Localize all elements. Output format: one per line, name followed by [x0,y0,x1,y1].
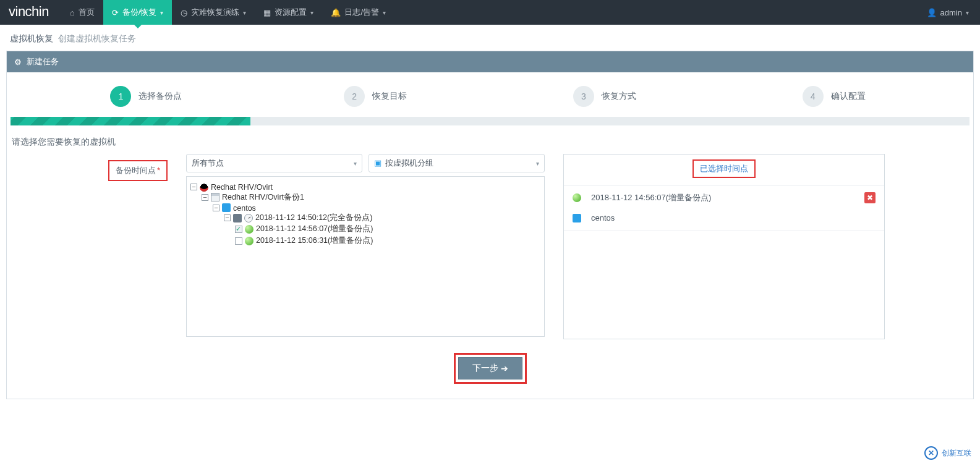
step-2-number: 2 [344,86,365,107]
wizard-step-2[interactable]: 2 恢复目标 [261,86,490,107]
selected-panel: 已选择时间点 2018-11-12 14:56:07(增量备份点) ✖ cent… [563,154,885,339]
collapse-icon[interactable]: − [202,194,208,201]
tree-root-label: Redhat RHV/Ovirt [211,183,273,192]
stop-icon [233,214,242,222]
nav-home[interactable]: ⌂ 首页 [61,0,103,25]
clock-icon [244,214,253,222]
globe-icon [573,193,581,202]
nav-disaster[interactable]: ◷ 灾难恢复演练 ▾ [172,0,255,25]
field-label-col: 备份时间点* [13,154,168,339]
tree-inc2[interactable]: 2018-11-12 15:06:31(增量备份点) [235,235,540,247]
instruction-text: 请选择您需要恢复的虚拟机 [7,128,973,151]
tree-root[interactable]: −Redhat RHV/Ovirt −Redhat RHV/Ovirt备份1 −… [190,182,540,249]
nav-resource-label: 资源配置 [275,7,307,18]
breadcrumb-root: 虚拟机恢复 [10,33,53,43]
nav-resource[interactable]: ▦ 资源配置 ▾ [255,0,322,25]
chevron-down-icon: ▾ [354,160,357,167]
backup-point-label-text: 备份时间点 [116,166,156,175]
wizard-steps: 1 选择备份点 2 恢复目标 3 恢复方式 4 确认配置 [7,78,973,108]
tree-inc1-label: 2018-11-12 14:56:07(增量备份点) [256,224,373,233]
nav-user[interactable]: 👤 admin ▾ [916,0,980,25]
tree-full-label: 2018-11-12 14:50:12(完全备份点) [255,213,372,222]
arrow-right-icon: ➔ [501,363,508,373]
step-2-label: 恢复目标 [372,91,407,102]
nav-items: ⌂ 首页 ⟳ 备份/恢复 ▾ ◷ 灾难恢复演练 ▾ ▦ 资源配置 ▾ 🔔 日志/… [61,0,394,25]
top-nav: vinchin ⌂ 首页 ⟳ 备份/恢复 ▾ ◷ 灾难恢复演练 ▾ ▦ 资源配置… [0,0,980,25]
calendar-icon [211,193,219,201]
node-select-value: 所有节点 [192,158,224,169]
selected-point-text: 2018-11-12 14:56:07(增量备份点) [591,192,711,203]
step-3-number: 3 [573,86,594,107]
step-3-label: 恢复方式 [602,91,636,102]
tree-full-point[interactable]: −2018-11-12 14:50:12(完全备份点) 2018-11-12 1… [224,212,540,247]
brand-logo: vinchin [0,0,61,25]
chevron-down-icon: ▾ [243,9,246,16]
nav-logs[interactable]: 🔔 日志/告警 ▾ [322,0,394,25]
breadcrumb: 虚拟机恢复 创建虚拟机恢复任务 [0,25,980,51]
collapse-icon[interactable]: − [190,184,197,190]
chevron-down-icon: ▾ [383,9,386,16]
next-button-label: 下一步 [472,363,498,374]
wizard-step-4[interactable]: 4 确认配置 [719,86,948,107]
chevron-down-icon: ▾ [310,9,313,16]
clock-icon: ◷ [181,8,187,17]
group-select-value: 按虚拟机分组 [385,158,433,167]
wizard-progress-fill [11,117,250,125]
nav-backup[interactable]: ⟳ 备份/恢复 ▾ [103,0,173,25]
next-button[interactable]: 下一步 ➔ [458,357,522,379]
bell-icon: 🔔 [331,8,341,17]
tree-job[interactable]: −Redhat RHV/Ovirt备份1 −centos −2018-11-12… [202,192,540,249]
checkbox-checked[interactable] [235,226,242,233]
selected-vm-text: centos [591,213,615,222]
backup-point-label: 备份时间点* [108,160,168,181]
nav-logs-label: 日志/告警 [344,7,379,18]
nav-backup-label: 备份/恢复 [122,7,157,18]
step-1-number: 1 [110,86,131,107]
chevron-down-icon: ▾ [160,9,163,16]
collapse-icon[interactable]: − [213,205,219,211]
tree-inc1[interactable]: 2018-11-12 14:56:07(增量备份点) [235,223,540,235]
nav-user-label: admin [940,8,962,17]
next-highlight: 下一步 ➔ [454,353,527,384]
panel-title: 新建任务 [27,56,59,67]
chevron-down-icon: ▾ [536,160,539,167]
selected-title: 已选择时间点 [692,159,756,178]
selected-point-row: 2018-11-12 14:56:07(增量备份点) ✖ [564,187,884,208]
breadcrumb-leaf: 创建虚拟机恢复任务 [58,33,136,43]
globe-icon [245,237,254,245]
vm-icon [573,214,581,222]
selected-vm-row: centos [564,208,884,227]
required-marker: * [157,166,160,175]
user-icon: 👤 [927,8,937,17]
backup-tree[interactable]: −Redhat RHV/Ovirt −Redhat RHV/Ovirt备份1 −… [186,176,545,337]
step-4-number: 4 [803,86,824,107]
wizard-step-3[interactable]: 3 恢复方式 [490,86,720,107]
node-select[interactable]: 所有节点 ▾ [186,154,362,172]
step-1-label: 选择备份点 [138,91,182,102]
redhat-icon [200,183,208,192]
tree-vm[interactable]: −centos −2018-11-12 14:50:12(完全备份点) 2018 [213,203,540,248]
refresh-icon: ⟳ [112,8,119,17]
step-4-label: 确认配置 [831,91,866,102]
tree-inc2-label: 2018-11-12 15:06:31(增量备份点) [256,236,373,245]
chevron-down-icon: ▾ [966,9,969,16]
vm-icon: ▣ [374,158,381,167]
tree-vm-label: centos [233,203,256,212]
tree-job-label: Redhat RHV/Ovirt备份1 [222,193,304,201]
nav-disaster-label: 灾难恢复演练 [191,7,239,18]
wizard-progress [11,117,969,125]
new-task-panel: 新建任务 1 选择备份点 2 恢复目标 3 恢复方式 4 确认配置 请选择您需要 [6,51,974,399]
checkbox-unchecked[interactable] [235,237,242,245]
vm-icon [222,203,231,212]
home-icon: ⌂ [70,8,75,17]
globe-icon [245,225,254,234]
collapse-icon[interactable]: − [224,214,231,221]
group-select[interactable]: ▣按虚拟机分组 ▾ [369,154,545,172]
grid-icon: ▦ [263,8,271,17]
wizard-step-1[interactable]: 1 选择备份点 [32,86,261,107]
panel-header: 新建任务 [7,51,973,72]
nav-home-label: 首页 [79,7,95,18]
gear-icon [14,57,22,67]
delete-selected-button[interactable]: ✖ [864,192,876,203]
